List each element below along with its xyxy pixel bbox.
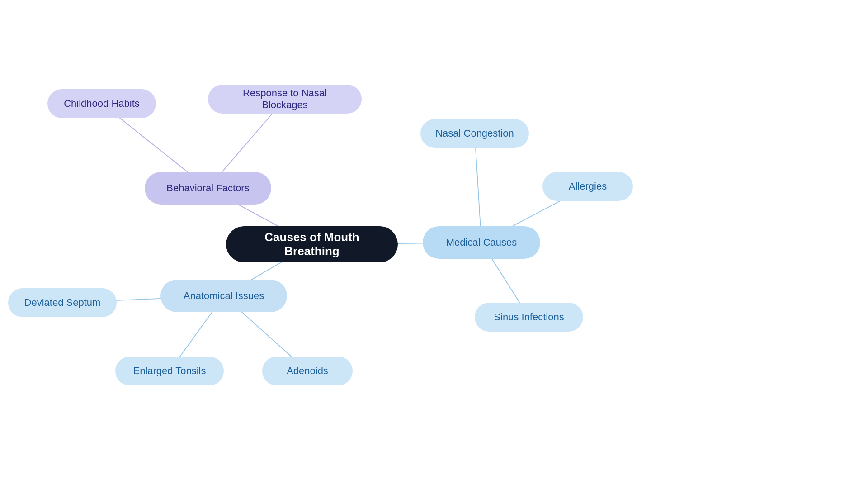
adenoids-label: Adenoids [287,365,328,377]
sinus-label: Sinus Infections [494,311,564,323]
allergies-label: Allergies [569,181,607,192]
nasal-congestion-node: Nasal Congestion [420,119,529,148]
sinus-infections-node: Sinus Infections [475,303,583,332]
anatomical-issues-node: Anatomical Issues [160,280,287,312]
enlarged-tonsils-node: Enlarged Tonsils [115,357,224,385]
childhood-habits-node: Childhood Habits [47,89,156,118]
behavioral-factors-node: Behavioral Factors [145,172,271,205]
medical-label: Medical Causes [446,237,517,248]
allergies-node: Allergies [542,172,633,201]
center-node: Causes of Mouth Breathing [226,226,398,262]
response-label: Response to Nasal Blockages [221,87,349,111]
deviated-septum-node: Deviated Septum [8,288,117,317]
childhood-label: Childhood Habits [64,98,140,109]
anatomical-label: Anatomical Issues [184,290,264,302]
behavioral-label: Behavioral Factors [166,182,249,194]
nasal-label: Nasal Congestion [435,128,514,139]
medical-causes-node: Medical Causes [423,226,540,259]
response-nasal-node: Response to Nasal Blockages [208,85,362,114]
deviated-label: Deviated Septum [24,297,101,309]
center-label: Causes of Mouth Breathing [239,230,385,258]
enlarged-label: Enlarged Tonsils [133,365,206,377]
adenoids-node: Adenoids [262,357,353,385]
